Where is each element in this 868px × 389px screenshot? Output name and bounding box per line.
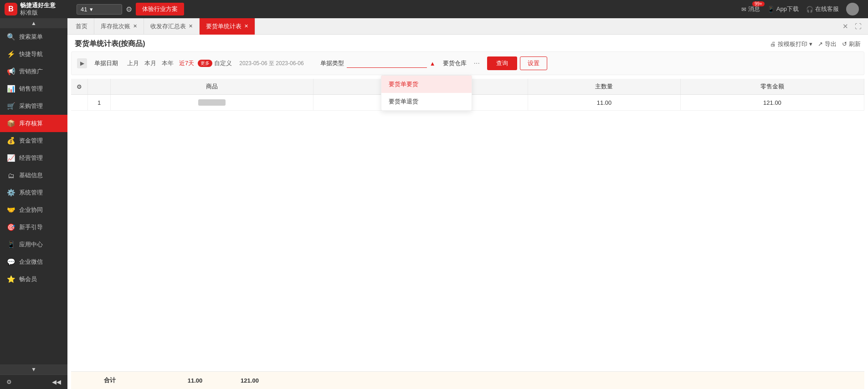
- filter-bar: ▶ 单据日期 上月 本月 本年 近7天 更多 自定义 2023-05-06 至 …: [71, 51, 864, 75]
- sidebar-item-basic[interactable]: 🗂 基础信息: [0, 167, 67, 184]
- guide-icon: 🎯: [6, 223, 15, 231]
- expand-tab-btn[interactable]: ⛶: [853, 21, 863, 32]
- dropdown-item-requisition-order[interactable]: 要货单要货: [381, 76, 472, 93]
- sidebar-item-guide[interactable]: 🎯 新手引导: [0, 219, 67, 236]
- sidebar-label-appstore: 应用中心: [19, 241, 43, 249]
- messages-btn[interactable]: ✉ 消息 99+: [741, 5, 760, 13]
- date-btn-7days[interactable]: 近7天: [177, 58, 196, 68]
- custom-date-btn[interactable]: 自定义: [214, 59, 232, 67]
- tab-requisition-label: 要货单统计表: [206, 22, 241, 31]
- close-tab-receivable-icon[interactable]: ✕: [189, 23, 193, 29]
- page-actions: 🖨 按模板打印 ▾ ↗ 导出 ↺ 刷新: [770, 40, 861, 48]
- summary-qty: 11.00: [168, 377, 222, 384]
- settings-footer-icon[interactable]: ⚙: [6, 379, 12, 385]
- filter-actions: 查询 设置: [487, 56, 547, 70]
- tab-home-label: 首页: [76, 22, 87, 31]
- sidebar-label-wechat: 企业微信: [19, 258, 43, 266]
- sidebar: ▲ 🔍 搜索菜单 ⚡ 快捷导航 📢 营销推广 📊 销售管理 🛒 采购管理: [0, 18, 67, 389]
- store-selector[interactable]: 41 ▾: [77, 4, 122, 15]
- type-label: 单据类型: [320, 59, 344, 67]
- more-date-badge[interactable]: 更多: [198, 60, 212, 67]
- trial-button[interactable]: 体验行业方案: [136, 3, 184, 15]
- logo-area: B 畅捷通好生意 标准版: [5, 2, 72, 16]
- sidebar-item-quicknav[interactable]: ⚡ 快捷导航: [0, 46, 67, 63]
- sidebar-label-quicknav: 快捷导航: [19, 50, 43, 58]
- close-tab-batch-icon[interactable]: ✕: [133, 23, 137, 29]
- sidebar-item-enterprise[interactable]: 🤝 企业协同: [0, 201, 67, 219]
- td-settings: [71, 95, 88, 111]
- date-btn-this-month[interactable]: 本月: [143, 58, 158, 68]
- tab-receivable[interactable]: 收发存汇总表 ✕: [144, 18, 200, 35]
- sidebar-item-member[interactable]: ⭐ 畅会员: [0, 271, 67, 288]
- filter-bar-wrap: ▶ 单据日期 上月 本月 本年 近7天 更多 自定义 2023-05-06 至 …: [71, 51, 864, 75]
- member-icon: ⭐: [6, 275, 15, 283]
- settings-button[interactable]: 设置: [520, 56, 547, 70]
- sidebar-item-marketing[interactable]: 📢 营销推广: [0, 63, 67, 80]
- td-qty: 11.00: [528, 95, 680, 111]
- settings-icon-btn[interactable]: ⚙: [126, 5, 132, 14]
- sidebar-item-appstore[interactable]: 📱 应用中心: [0, 236, 67, 253]
- online-support-btn[interactable]: 🎧 在线客服: [806, 5, 839, 13]
- top-center: 41 ▾ ⚙ 体验行业方案: [72, 3, 741, 15]
- sidebar-footer: ⚙ ◀◀: [0, 374, 67, 389]
- sidebar-label-marketing: 营销推广: [19, 67, 43, 76]
- store-number: 41: [81, 6, 87, 13]
- date-label: 单据日期: [94, 59, 118, 67]
- type-field: 单据类型 ▲: [320, 59, 436, 68]
- refresh-btn[interactable]: ↺ 刷新: [842, 40, 861, 48]
- sidebar-item-purchase[interactable]: 🛒 采购管理: [0, 97, 67, 115]
- date-btn-this-year[interactable]: 本年: [160, 58, 175, 68]
- print-btn[interactable]: 🖨 按模板打印 ▾: [770, 40, 812, 48]
- filter-toggle-btn[interactable]: ▶: [77, 58, 87, 68]
- sidebar-item-wechat[interactable]: 💬 企业微信: [0, 253, 67, 271]
- th-qty: 主数量: [528, 79, 680, 95]
- avatar[interactable]: [846, 3, 859, 15]
- filter-right: 单据类型 ▲ 要货仓库 ···: [320, 59, 480, 68]
- collapse-btn[interactable]: ◀◀: [52, 379, 61, 385]
- sidebar-label-purchase: 采购管理: [19, 102, 43, 110]
- td-product: ██████: [111, 95, 313, 111]
- filter-more-btn[interactable]: ···: [474, 59, 480, 67]
- logo-main: 畅捷通好生意: [20, 2, 56, 9]
- sidebar-item-system[interactable]: ⚙️ 系统管理: [0, 184, 67, 201]
- tab-requisition[interactable]: 要货单统计表 ✕: [200, 18, 255, 35]
- sidebar-label-guide: 新手引导: [19, 223, 43, 231]
- sidebar-item-sales[interactable]: 📊 销售管理: [0, 80, 67, 97]
- close-all-tab-btn[interactable]: ✕: [840, 21, 851, 32]
- tabs-bar: 首页 库存批次账 ✕ 收发存汇总表 ✕ 要货单统计表 ✕ ✕ ⛶: [67, 18, 868, 35]
- close-tab-requisition-icon[interactable]: ✕: [244, 23, 248, 29]
- export-label: 导出: [825, 40, 837, 48]
- tab-home[interactable]: 首页: [69, 18, 94, 35]
- content-area: 首页 库存批次账 ✕ 收发存汇总表 ✕ 要货单统计表 ✕ ✕ ⛶ 要: [67, 18, 868, 389]
- tab-batch[interactable]: 库存批次账 ✕: [94, 18, 144, 35]
- date-btn-prev-month[interactable]: 上月: [125, 58, 141, 68]
- appstore-icon: 📱: [6, 241, 15, 249]
- enterprise-icon: 🤝: [6, 206, 15, 214]
- sidebar-item-inventory[interactable]: 📦 库存核算: [0, 115, 67, 132]
- wechat-icon: 💬: [6, 258, 15, 266]
- sidebar-label-operations: 经营管理: [19, 154, 43, 162]
- th-settings[interactable]: ⚙: [71, 79, 88, 95]
- sidebar-item-finance[interactable]: 💰 资金管理: [0, 132, 67, 149]
- dropdown-item-requisition-return[interactable]: 要货单退货: [381, 93, 472, 110]
- chevron-down-icon: ▾: [90, 6, 93, 13]
- inventory-icon: 📦: [6, 119, 15, 128]
- summary-amount: 121.00: [222, 377, 277, 384]
- export-btn[interactable]: ↗ 导出: [818, 40, 837, 48]
- sidebar-item-operations[interactable]: 📈 经营管理: [0, 149, 67, 167]
- purchase-icon: 🛒: [6, 102, 15, 110]
- summary-label: 合计: [77, 376, 168, 384]
- type-dropdown: 要货单要货 要货单退货: [381, 75, 472, 111]
- scroll-down-btn[interactable]: ▼: [0, 364, 67, 374]
- th-no: [88, 79, 111, 95]
- page-content: 要货单统计表(按商品) 🖨 按模板打印 ▾ ↗ 导出 ↺ 刷新: [67, 35, 868, 389]
- message-icon: ✉: [741, 6, 746, 13]
- type-input[interactable]: [347, 59, 427, 68]
- refresh-icon: ↺: [842, 41, 847, 47]
- sidebar-item-search[interactable]: 🔍 搜索菜单: [0, 28, 67, 46]
- scroll-up-btn[interactable]: ▲: [0, 18, 67, 28]
- type-dropdown-arrow[interactable]: ▲: [430, 60, 436, 67]
- query-button[interactable]: 查询: [487, 56, 517, 70]
- app-download-btn[interactable]: 📱 App下载: [767, 5, 799, 13]
- print-icon: 🖨: [770, 41, 776, 47]
